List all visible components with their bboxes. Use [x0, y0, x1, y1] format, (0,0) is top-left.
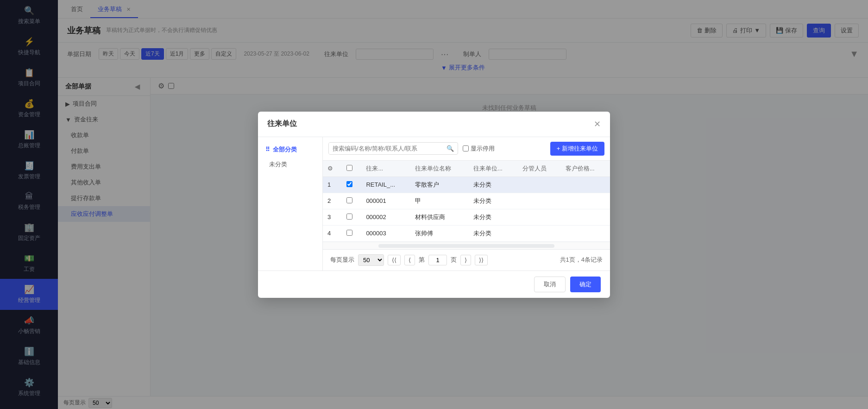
row-4-checkbox	[342, 225, 361, 241]
row-2-name: 甲	[410, 193, 469, 209]
table-row[interactable]: 3 000002 材料供应商 未分类	[323, 209, 610, 225]
row-2-manager	[518, 193, 560, 209]
table-row[interactable]: 1 RETAIL_... 零散客户 未分类	[323, 176, 610, 193]
col-manager-label: 分管人员	[522, 165, 547, 172]
row-4-seq: 4	[323, 225, 342, 241]
dialog-title: 往来单位	[267, 119, 297, 129]
row-1-manager	[518, 176, 560, 193]
row-3-code: 000002	[361, 209, 410, 225]
row-1-checkbox	[342, 176, 361, 193]
col-code: 往来...	[361, 161, 410, 177]
show-disabled-text: 显示停用	[471, 145, 495, 153]
row-4-code: 000003	[361, 225, 410, 241]
col-name: 往来单位名称	[410, 161, 469, 177]
col-checkbox	[342, 161, 361, 177]
dialog-all-category-label: 全部分类	[273, 145, 297, 154]
row-1-code: RETAIL_...	[361, 176, 410, 193]
row-2-checkbox	[342, 193, 361, 209]
add-partner-button[interactable]: + 新增往来单位	[550, 142, 604, 156]
partner-table-body: 1 RETAIL_... 零散客户 未分类 2	[323, 176, 610, 241]
next-page-button[interactable]: ⟩	[460, 255, 471, 265]
row-1-seq: 1	[323, 176, 342, 193]
partner-table-scroll: ⚙ 往来... 往来单位名称 往来单位... 分管人员 客户价格...	[323, 161, 610, 242]
search-box: 🔍	[328, 142, 458, 155]
row-1-select[interactable]	[346, 181, 352, 187]
partner-table-header: ⚙ 往来... 往来单位名称 往来单位... 分管人员 客户价格...	[323, 161, 610, 177]
row-4-name: 张帅傅	[410, 225, 469, 241]
col-code-label: 往来...	[366, 165, 383, 172]
row-3-seq: 3	[323, 209, 342, 225]
page-size-label: 每页显示	[330, 256, 354, 264]
grid-icon: ⠿	[265, 146, 270, 153]
dialog-left-uncategorized[interactable]: 未分类	[258, 157, 322, 171]
last-page-button[interactable]: ⟩⟩	[475, 255, 488, 265]
col-category: 往来单位...	[469, 161, 518, 177]
horizontal-scrollbar-area	[323, 242, 610, 249]
row-4-category: 未分类	[469, 225, 518, 241]
dialog-close-button[interactable]: ✕	[594, 119, 601, 129]
row-3-name: 材料供应商	[410, 209, 469, 225]
search-icon[interactable]: 🔍	[443, 143, 458, 154]
dialog-body: ⠿ 全部分类 未分类 🔍	[258, 137, 610, 271]
row-1-category: 未分类	[469, 176, 518, 193]
total-info: 共1页，4条记录	[560, 256, 603, 264]
row-2-select[interactable]	[346, 197, 352, 203]
pagination: 每页显示 50 100 200 ⟨⟨ ⟨ 第 页 ⟩ ⟩⟩ 共1页，4	[323, 249, 610, 271]
page-size-select[interactable]: 50 100 200	[358, 254, 384, 266]
page-word: 页	[451, 256, 457, 264]
dialog-footer: 取消 确定	[258, 271, 610, 298]
table-row[interactable]: 4 000003 张帅傅 未分类	[323, 225, 610, 241]
row-1-price	[561, 176, 610, 193]
col-name-label: 往来单位名称	[415, 165, 451, 172]
table-select-all[interactable]	[346, 165, 352, 171]
dialog-header: 往来单位 ✕	[258, 112, 610, 137]
settings-col-icon[interactable]: ⚙	[327, 165, 333, 172]
col-price: 客户价格...	[561, 161, 610, 177]
dialog-partner: 往来单位 ✕ ⠿ 全部分类 未分类	[258, 112, 610, 298]
prev-page-button[interactable]: ⟨	[404, 255, 415, 265]
confirm-button[interactable]: 确定	[570, 277, 601, 292]
show-disabled-checkbox[interactable]	[463, 145, 469, 151]
show-disabled-label: 显示停用	[463, 145, 495, 153]
table-row[interactable]: 2 000001 甲 未分类	[323, 193, 610, 209]
page-of-word: 第	[419, 256, 425, 264]
row-2-code: 000001	[361, 193, 410, 209]
dialog-right-panel: 🔍 显示停用 + 新增往来单位 ⚙	[323, 137, 610, 271]
col-price-label: 客户价格...	[566, 165, 595, 172]
dialog-left-all-category[interactable]: ⠿ 全部分类	[258, 142, 322, 157]
row-4-price	[561, 225, 610, 241]
first-page-button[interactable]: ⟨⟨	[388, 255, 401, 265]
dialog-uncategorized-label: 未分类	[269, 161, 287, 168]
row-4-select[interactable]	[346, 230, 352, 236]
dialog-left-panel: ⠿ 全部分类 未分类	[258, 137, 323, 271]
col-manager: 分管人员	[518, 161, 560, 177]
partner-search-input[interactable]	[329, 143, 443, 154]
row-3-price	[561, 209, 610, 225]
row-1-name: 零散客户	[410, 176, 469, 193]
row-3-manager	[518, 209, 560, 225]
row-4-manager	[518, 225, 560, 241]
partner-table: ⚙ 往来... 往来单位名称 往来单位... 分管人员 客户价格...	[323, 161, 610, 242]
row-2-seq: 2	[323, 193, 342, 209]
page-number-input[interactable]	[428, 255, 447, 265]
dialog-toolbar: 🔍 显示停用 + 新增往来单位	[323, 137, 610, 161]
row-3-category: 未分类	[469, 209, 518, 225]
horizontal-scrollbar[interactable]	[378, 244, 554, 248]
cancel-button[interactable]: 取消	[534, 277, 566, 292]
col-settings: ⚙	[323, 161, 342, 177]
row-3-checkbox	[342, 209, 361, 225]
row-3-select[interactable]	[346, 214, 352, 220]
col-category-label: 往来单位...	[473, 165, 503, 172]
row-2-price	[561, 193, 610, 209]
overlay: 往来单位 ✕ ⠿ 全部分类 未分类	[0, 0, 868, 409]
row-2-category: 未分类	[469, 193, 518, 209]
